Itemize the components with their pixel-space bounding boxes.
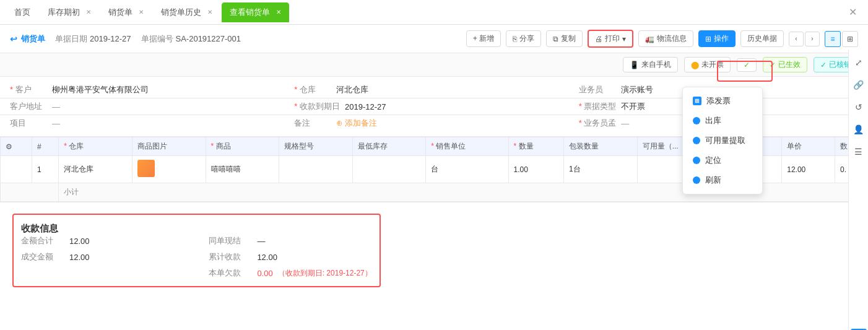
warehouse-label: 仓库 bbox=[294, 84, 331, 95]
note-label: 备注 bbox=[294, 118, 331, 129]
tab-sales-history-close[interactable]: ✕ bbox=[207, 9, 212, 15]
history-button[interactable]: 历史单据 bbox=[740, 30, 784, 47]
col-product: 商品 bbox=[206, 137, 279, 156]
menu-item-add-invoice[interactable]: ⊞ 添发票 bbox=[683, 91, 762, 111]
subtotal-cell bbox=[1, 183, 59, 202]
new-button[interactable]: + 新增 bbox=[466, 30, 501, 47]
operate-dropdown-menu: ⊞ 添发票 出库 可用量提取 定位 刷新 bbox=[682, 87, 763, 194]
deal-amount-value: 12.00 bbox=[69, 253, 90, 262]
effective-button[interactable]: ✓ 已生效 bbox=[763, 57, 807, 72]
row-spec-cell bbox=[279, 156, 353, 183]
add-note-button[interactable]: ⊕ 添加备注 bbox=[336, 118, 377, 129]
deal-amount-row: 成交金额 12.00 bbox=[21, 251, 184, 263]
row-min-stock-cell bbox=[352, 156, 426, 183]
qty-pickup-icon bbox=[693, 137, 700, 144]
tab-view-sales-label: 查看销货单 bbox=[230, 7, 270, 18]
sidebar-rotate-icon[interactable]: ↺ bbox=[851, 99, 867, 115]
order-due-label: 本单欠款 bbox=[209, 267, 252, 279]
doc-meta: 单据日期 2019-12-27 单据编号 SA-20191227-001 bbox=[55, 33, 241, 45]
order-due-row: 本单欠款 0.00 （收款到期日: 2019-12-27） bbox=[209, 267, 371, 279]
row-unit-price-cell: 12.00 bbox=[782, 156, 835, 183]
sidebar-link-icon[interactable]: 🔗 bbox=[851, 77, 867, 93]
menu-item-qty-pickup[interactable]: 可用量提取 bbox=[683, 131, 762, 150]
amount-total-value: 12.00 bbox=[69, 237, 90, 246]
operate-icon: ⊞ bbox=[705, 35, 711, 43]
print-button[interactable]: 🖨 打印 ▾ bbox=[588, 30, 633, 48]
view-list-btn[interactable]: ≡ bbox=[825, 31, 841, 47]
share-button[interactable]: ⎘ 分享 bbox=[506, 30, 541, 47]
doc-no-area: 单据编号 SA-20191227-001 bbox=[141, 33, 241, 45]
tab-stock-init-close[interactable]: ✕ bbox=[86, 9, 91, 15]
doc-header: ↩ 销货单 单据日期 2019-12-27 单据编号 SA-20191227-0… bbox=[0, 25, 868, 53]
print-dropdown-arrow: ▾ bbox=[622, 35, 626, 43]
row-qty-cell: 1.00 bbox=[508, 156, 563, 183]
col-settings: ⚙ bbox=[1, 137, 32, 156]
sidebar-expand-icon[interactable]: ⤢ bbox=[851, 54, 867, 71]
address-label: 客户地址 bbox=[10, 101, 47, 112]
share-icon: ⎘ bbox=[513, 35, 517, 43]
tab-sales-order-close[interactable]: ✕ bbox=[139, 9, 144, 15]
col-spec: 规格型号 bbox=[279, 137, 353, 156]
not-open-button[interactable]: ⬤ 未开票 bbox=[684, 57, 731, 72]
operate-button[interactable]: ⊞ 操作 bbox=[698, 30, 736, 47]
confirm-button[interactable]: ✓ bbox=[737, 58, 757, 72]
tab-home[interactable]: 首页 bbox=[6, 2, 38, 22]
locate-icon bbox=[693, 157, 700, 164]
project-field: 项目 — bbox=[10, 118, 289, 129]
copy-button[interactable]: ⧉ 复制 bbox=[546, 30, 583, 47]
warehouse-value: 河北仓库 bbox=[336, 84, 368, 95]
same-settle-value: — bbox=[257, 237, 265, 246]
tab-stock-init[interactable]: 库存期初 ✕ bbox=[40, 2, 99, 22]
menu-item-warehouse-out-label: 出库 bbox=[705, 115, 721, 126]
cumulative-payment-label: 累计收款 bbox=[209, 251, 252, 263]
confirm-icon: ✓ bbox=[744, 61, 750, 69]
customer-value: 柳州粤港平安气体有限公司 bbox=[52, 84, 149, 95]
menu-item-qty-pickup-label: 可用量提取 bbox=[705, 135, 745, 146]
view-grid-btn[interactable]: ⊞ bbox=[842, 31, 858, 47]
tab-view-sales[interactable]: 查看销货单 ✕ bbox=[222, 2, 289, 22]
from-phone-button[interactable]: 📱 来自手机 bbox=[623, 57, 678, 72]
order-due-extra: （收款到期日: 2019-12-27） bbox=[278, 268, 372, 279]
menu-item-refresh[interactable]: 刷新 bbox=[683, 170, 762, 190]
effective-icon: ✓ bbox=[770, 61, 776, 69]
cumulative-payment-value: 12.00 bbox=[257, 253, 277, 262]
nav-arrows: ‹ › bbox=[789, 32, 820, 46]
bottom-area: 收款信息 金额合计 12.00 同单现结 — 成交金额 12.00 bbox=[0, 202, 868, 292]
next-arrow[interactable]: › bbox=[805, 32, 820, 46]
order-due-value: 0.00 bbox=[257, 269, 272, 278]
note-field: 备注 ⊕ 添加备注 bbox=[294, 118, 573, 129]
sales-staff-label: 业务员孟 bbox=[579, 118, 617, 129]
row-settings-cell bbox=[1, 156, 32, 183]
due-date-value: 2019-12-27 bbox=[345, 102, 386, 111]
prev-arrow[interactable]: ‹ bbox=[789, 32, 804, 46]
window-close-button[interactable]: ✕ bbox=[844, 6, 862, 18]
refresh-icon bbox=[693, 176, 700, 184]
add-invoice-icon: ⊞ bbox=[693, 97, 701, 105]
row-product-cell: 嘻嘻嘻嘻 bbox=[206, 156, 279, 183]
project-value: — bbox=[52, 119, 60, 128]
doc-actions: + 新增 ⎘ 分享 ⧉ 复制 🖨 打印 ▾ 🚛 物流信息 bbox=[466, 30, 858, 48]
tab-sales-history[interactable]: 销货单历史 ✕ bbox=[153, 2, 220, 22]
menu-item-warehouse-out[interactable]: 出库 bbox=[683, 111, 762, 131]
right-sidebar: ⤢ 🔗 ↺ 👤 ☰ ⛶ bbox=[848, 50, 868, 330]
amount-total-label: 金额合计 bbox=[21, 235, 64, 246]
sidebar-user-icon[interactable]: 👤 bbox=[851, 121, 867, 137]
tab-sales-order-label: 销货单 bbox=[108, 7, 132, 18]
row-no-cell: 1 bbox=[32, 156, 59, 183]
logistics-button[interactable]: 🚛 物流信息 bbox=[638, 30, 693, 47]
address-value: — bbox=[52, 102, 60, 111]
col-product-img: 商品图片 bbox=[132, 137, 206, 156]
warehouse-field: 仓库 河北仓库 bbox=[294, 84, 573, 95]
menu-item-locate[interactable]: 定位 bbox=[683, 150, 762, 170]
amount-total-row: 金额合计 12.00 bbox=[21, 235, 184, 246]
sidebar-list-icon[interactable]: ☰ bbox=[851, 144, 867, 160]
same-settle-label: 同单现结 bbox=[209, 235, 252, 246]
tab-sales-order[interactable]: 销货单 ✕ bbox=[100, 2, 152, 22]
col-sales-unit: 销售单位 bbox=[426, 137, 508, 156]
row-sales-unit-cell: 台 bbox=[426, 156, 508, 183]
doc-no-value: SA-20191227-001 bbox=[176, 34, 241, 43]
menu-item-add-invoice-label: 添发票 bbox=[706, 95, 731, 106]
tab-view-sales-close[interactable]: ✕ bbox=[276, 9, 281, 15]
product-thumbnail bbox=[137, 160, 155, 177]
logistics-icon: 🚛 bbox=[645, 35, 654, 43]
